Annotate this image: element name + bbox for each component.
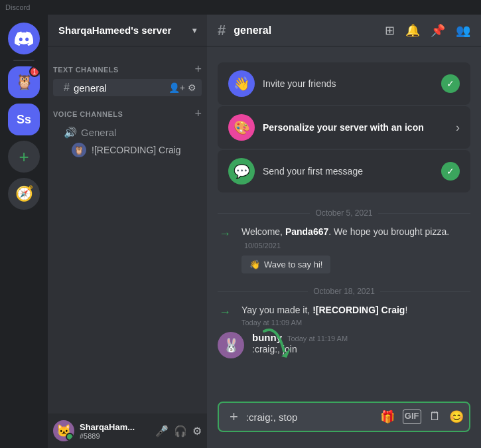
divider-line-left-2 (218, 291, 308, 292)
system-message-panda: → Welcome, Panda667. We hope you brought… (207, 223, 481, 276)
bunny-avatar-emoji: 🐰 (223, 337, 240, 353)
add-voice-channel-button[interactable]: + (194, 107, 202, 121)
text-channels-category: TEXT CHANNELS + (48, 52, 207, 79)
mute-microphone-icon[interactable]: 🎤 (155, 425, 169, 437)
server-divider (13, 60, 34, 61)
user-name: SharqaHam... (80, 422, 150, 432)
discord-home-icon[interactable] (8, 23, 40, 54)
divider-line-right (378, 213, 470, 214)
voice-channel-name: General (81, 127, 116, 138)
ss-label: Ss (17, 113, 31, 127)
user-settings-icon[interactable]: ⚙ (192, 425, 202, 437)
invite-card-icon: 👋 (228, 70, 255, 97)
join-arrow-icon: → (219, 227, 231, 241)
app-container: 🦉 1 Ss + 🧭 SharqaHameed's server ▾ TEXT … (0, 15, 481, 448)
members-icon[interactable]: 👥 (456, 23, 470, 38)
channel-sidebar: SharqaHameed's server ▾ TEXT CHANNELS + … (48, 15, 207, 448)
gift-icon[interactable]: 🎁 (380, 410, 395, 424)
date-label-oct5: October 5, 2021 (315, 208, 372, 218)
first-message-card-icon: 💬 (228, 158, 255, 185)
panda-mention: Panda667 (285, 226, 328, 237)
voice-channels-category: VOICE CHANNELS + (48, 96, 207, 123)
server-name: SharqaHameed's server (58, 25, 171, 36)
invite-card-text: Invite your friends (263, 78, 433, 89)
craig-avatar: 🦉 (72, 143, 86, 157)
channel-hash-icon: # (218, 22, 226, 39)
explore-servers-button[interactable]: 🧭 (8, 178, 40, 210)
add-server-button[interactable]: + (8, 141, 40, 173)
pin-icon[interactable]: 📌 (431, 23, 445, 38)
craig-mention: ![RECORDING] Craig (312, 305, 405, 315)
system-message-craig: → Yay you made it, ![RECORDING] Craig! T… (207, 301, 481, 329)
date-label-oct18: October 18, 2021 (313, 287, 375, 296)
server-header[interactable]: SharqaHameed's server ▾ (48, 15, 207, 46)
setup-cards: 👋 Invite your friends ✓ 🎨 Personalize yo… (207, 57, 481, 198)
panda-join-text: Welcome, Panda667. We hope you brought p… (241, 226, 470, 252)
user-tag: #5889 (80, 432, 150, 440)
sticker-icon[interactable]: 🗒 (429, 410, 441, 424)
user-controls: 🎤 🎧 ⚙ (155, 425, 202, 437)
setup-card-personalize[interactable]: 🎨 Personalize your server with an icon › (218, 106, 470, 149)
notification-badge: 1 (29, 66, 40, 77)
text-channels-label: TEXT CHANNELS (53, 66, 119, 74)
titlebar-label: Discord (5, 3, 30, 11)
notification-bell-icon[interactable]: 🔔 (405, 23, 420, 38)
server-icon-list: 🦉 1 Ss + 🧭 (0, 15, 48, 448)
invite-card-check-icon: ✓ (441, 74, 460, 93)
add-text-channel-button[interactable]: + (194, 62, 202, 76)
channel-header: # general ⊞ 🔔 📌 👥 (207, 15, 481, 46)
green-arrow-indicator (257, 325, 297, 367)
first-message-card-text: Send your first message (263, 166, 433, 177)
messages-area: 👋 Invite your friends ✓ 🎨 Personalize yo… (207, 46, 481, 402)
chat-message-bunny: 🐰 bunny Today at 11:19 AM :craig:, join (207, 329, 481, 361)
settings-icon[interactable]: ⚙ (188, 82, 196, 93)
input-area: + 🎁 GIF 🗒 😊 (207, 402, 481, 448)
system-message-panda-content: Welcome, Panda667. We hope you brought p… (241, 226, 470, 273)
craig-join-text: Yay you made it, ![RECORDING] Craig! (241, 304, 470, 317)
first-message-card-check-icon: ✓ (441, 162, 460, 181)
bunny-avatar: 🐰 (218, 332, 244, 358)
personalize-card-arrow-icon: › (456, 121, 460, 135)
ss-server-icon[interactable]: Ss (8, 104, 40, 135)
deafen-headset-icon[interactable]: 🎧 (174, 425, 187, 437)
craig-name: ![RECORDING] Craig (92, 145, 181, 155)
gif-icon[interactable]: GIF (403, 410, 421, 424)
channel-actions: 👤+ ⚙ (169, 82, 196, 93)
date-divider-oct18: October 18, 2021 (207, 276, 481, 301)
setup-card-invite[interactable]: 👋 Invite your friends ✓ (218, 62, 470, 105)
message-input-container: + 🎁 GIF 🗒 😊 (218, 402, 470, 432)
personalize-card-icon: 🎨 (228, 114, 255, 141)
channel-item-general[interactable]: # general 👤+ ⚙ (53, 79, 202, 96)
user-panel: 🐱 SharqaHam... #5889 🎤 🎧 ⚙ (48, 413, 207, 448)
voice-channel-general[interactable]: 🔊 General (53, 123, 202, 141)
add-member-icon[interactable]: 👤+ (169, 82, 185, 93)
user-info: SharqaHam... #5889 (80, 422, 150, 440)
online-status-dot (66, 433, 74, 441)
craig-join-arrow-icon: → (219, 305, 231, 319)
divider-line-right-2 (380, 291, 470, 292)
hash-icon: # (64, 82, 70, 94)
voice-member-craig[interactable]: 🦉 ![RECORDING] Craig (48, 141, 207, 159)
emoji-icon[interactable]: 😊 (449, 410, 464, 424)
message-add-button[interactable]: + (224, 403, 243, 431)
channel-list: TEXT CHANNELS + # general 👤+ ⚙ VOICE CHA… (48, 46, 207, 413)
wave-emoji: 👋 (249, 260, 260, 269)
main-content: # general ⊞ 🔔 📌 👥 👋 Invite your friends (207, 15, 481, 448)
owl-server-icon[interactable]: 🦉 1 (8, 66, 40, 98)
hashtag-icon[interactable]: ⊞ (385, 23, 395, 38)
message-input[interactable] (243, 405, 375, 429)
server-header-arrow-icon: ▾ (192, 26, 196, 35)
titlebar: Discord (0, 0, 481, 15)
wave-button[interactable]: 👋 Wave to say hi! (241, 256, 330, 273)
channel-name-general: general (74, 82, 165, 94)
message-input-icons: 🎁 GIF 🗒 😊 (375, 404, 469, 429)
header-icons: ⊞ 🔔 📌 👥 (385, 23, 470, 38)
system-message-craig-content: Yay you made it, ![RECORDING] Craig! Tod… (241, 304, 470, 327)
speaker-icon: 🔊 (64, 126, 77, 139)
voice-channels-label: VOICE CHANNELS (53, 110, 123, 118)
personalize-card-text: Personalize your server with an icon (263, 122, 448, 133)
setup-card-first-message[interactable]: 💬 Send your first message ✓ (218, 150, 470, 192)
divider-line-left (218, 213, 310, 214)
panda-timestamp: 10/05/2021 (244, 242, 281, 250)
user-avatar: 🐱 (53, 420, 74, 441)
